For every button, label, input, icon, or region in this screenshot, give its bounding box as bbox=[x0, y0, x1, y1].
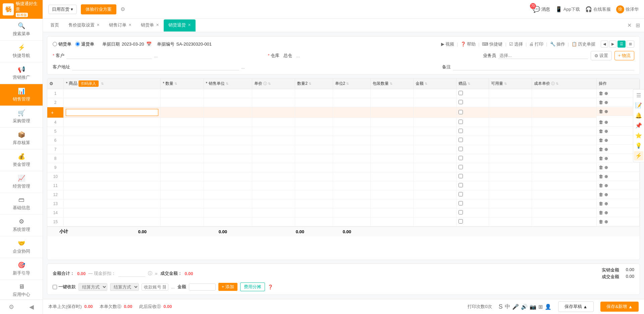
unit2-cell[interactable] bbox=[333, 89, 370, 98]
tab-sales-delivery-close[interactable]: ✕ bbox=[156, 23, 159, 27]
product-cell[interactable] bbox=[64, 199, 161, 208]
sort-qty2-icon[interactable]: ⇅ bbox=[309, 82, 311, 85]
delete-row-btn[interactable]: 🗑 bbox=[599, 174, 603, 179]
product-input[interactable] bbox=[66, 109, 158, 116]
delete-row-btn[interactable]: 🗑 bbox=[599, 91, 603, 96]
available-cell[interactable] bbox=[489, 181, 532, 190]
unit-cell[interactable] bbox=[204, 127, 252, 136]
product-cell[interactable] bbox=[64, 136, 161, 145]
layout-icon[interactable]: ⊞ bbox=[634, 22, 641, 28]
amount-cell[interactable] bbox=[414, 208, 457, 217]
unit2-cell[interactable] bbox=[333, 98, 370, 107]
unit2-cell[interactable] bbox=[333, 145, 370, 154]
amount-cell[interactable] bbox=[414, 199, 457, 208]
unit2-cell[interactable] bbox=[333, 190, 370, 199]
sidebar-item-shortcut[interactable]: ⚡ 快捷导航 bbox=[0, 41, 43, 62]
product-cell[interactable] bbox=[64, 127, 161, 136]
pack-qty-cell[interactable] bbox=[370, 208, 413, 217]
available-cell[interactable] bbox=[489, 118, 532, 127]
settings-btn[interactable]: ⚙ 设置 bbox=[591, 51, 612, 60]
remark-input[interactable] bbox=[453, 64, 634, 70]
pack-qty-cell[interactable] bbox=[370, 163, 413, 172]
pack-qty-cell[interactable] bbox=[370, 181, 413, 190]
pack-qty-cell[interactable] bbox=[370, 217, 413, 227]
pay-method-select[interactable]: 结算方式 bbox=[110, 283, 139, 291]
gift-cell[interactable] bbox=[457, 136, 489, 145]
product-cell[interactable] bbox=[64, 181, 161, 190]
sidebar-item-operation[interactable]: 📈 经营管理 bbox=[0, 171, 43, 193]
pack-qty-cell[interactable] bbox=[370, 136, 413, 145]
unit-cell[interactable] bbox=[204, 163, 252, 172]
experience-btn[interactable]: 体验行业方案 bbox=[81, 4, 116, 14]
product-cell[interactable] bbox=[64, 89, 161, 98]
product-cell[interactable] bbox=[64, 208, 161, 217]
expense-split-btn[interactable]: 费用分摊 bbox=[240, 282, 265, 291]
add-logistics-btn[interactable]: + 物流 bbox=[614, 51, 634, 60]
salesperson-input[interactable] bbox=[498, 52, 588, 59]
cost-price-cell[interactable] bbox=[532, 199, 597, 208]
tab-sales-delivery[interactable]: 销货单 ✕ bbox=[136, 19, 164, 32]
qty-cell[interactable] bbox=[161, 163, 204, 172]
product-cell[interactable] bbox=[64, 107, 161, 118]
unit-cell[interactable] bbox=[204, 208, 252, 217]
unit-cell[interactable] bbox=[204, 118, 252, 127]
available-cell[interactable] bbox=[489, 199, 532, 208]
add-payment-btn[interactable]: + 添加 bbox=[218, 283, 237, 291]
sidebar-item-guide[interactable]: 🎯 新手引导 bbox=[0, 258, 43, 280]
gift-cell[interactable] bbox=[457, 208, 489, 217]
amount-cell[interactable] bbox=[414, 107, 457, 118]
amount-cell[interactable] bbox=[414, 217, 457, 227]
discount-input[interactable] bbox=[118, 270, 145, 277]
gift-cell[interactable] bbox=[457, 172, 489, 181]
video-help[interactable]: ▶ 视频 bbox=[441, 41, 454, 47]
copy-row-btn[interactable]: ⊕ bbox=[604, 109, 608, 114]
qty2-cell[interactable] bbox=[295, 154, 333, 163]
pack-qty-cell[interactable] bbox=[370, 89, 413, 98]
unit2-cell[interactable] bbox=[333, 118, 370, 127]
qty2-cell[interactable] bbox=[295, 190, 333, 199]
cost-price-cell[interactable] bbox=[532, 136, 597, 145]
tab-price-setup-close[interactable]: ✕ bbox=[97, 23, 100, 27]
view-btn-prev[interactable]: ◀ bbox=[601, 41, 608, 48]
pack-qty-cell[interactable] bbox=[370, 172, 413, 181]
unit2-cell[interactable] bbox=[333, 154, 370, 163]
pack-qty-cell[interactable] bbox=[370, 118, 413, 127]
collapse-icon[interactable]: ◀ bbox=[29, 303, 34, 311]
sort-amount-icon[interactable]: ⇅ bbox=[425, 82, 427, 85]
radio-sales[interactable]: 销货单 bbox=[53, 41, 71, 47]
amount-cell[interactable] bbox=[414, 181, 457, 190]
unit-cell[interactable] bbox=[204, 107, 252, 118]
operate-link[interactable]: 🔧 操作 bbox=[550, 41, 565, 47]
qty-cell[interactable] bbox=[161, 154, 204, 163]
qty-cell[interactable] bbox=[161, 172, 204, 181]
pack-qty-cell[interactable] bbox=[370, 199, 413, 208]
sort-cost-icon[interactable]: ⇅ bbox=[556, 82, 558, 85]
cost-price-cell[interactable] bbox=[532, 98, 597, 107]
available-cell[interactable] bbox=[489, 208, 532, 217]
sort-price-icon[interactable]: ⇅ bbox=[268, 82, 271, 85]
delete-row-btn[interactable]: 🗑 bbox=[599, 120, 603, 125]
tab-sales-return-close[interactable]: ✕ bbox=[188, 23, 191, 27]
product-cell[interactable] bbox=[64, 145, 161, 154]
qty2-cell[interactable] bbox=[295, 199, 333, 208]
layout2-icon[interactable]: ⊞ bbox=[538, 304, 543, 310]
price-cell[interactable] bbox=[252, 89, 295, 98]
delete-row-btn[interactable]: 🗑 bbox=[599, 219, 603, 224]
qty-cell[interactable] bbox=[161, 118, 204, 127]
scan-input-btn[interactable]: 扫码录入 bbox=[78, 80, 99, 87]
speaker-icon[interactable]: 🔊 bbox=[521, 304, 528, 310]
unit-cell[interactable] bbox=[204, 181, 252, 190]
gift-cell[interactable] bbox=[457, 127, 489, 136]
copy-row-btn[interactable]: ⊕ bbox=[604, 100, 608, 105]
select-link[interactable]: ☑ 选择 bbox=[509, 41, 523, 47]
radio-return[interactable]: 退货单 bbox=[75, 41, 94, 47]
available-cell[interactable] bbox=[489, 136, 532, 145]
user2-icon[interactable]: 👤 bbox=[545, 304, 551, 310]
gift-cell[interactable] bbox=[457, 217, 489, 227]
price-cell[interactable] bbox=[252, 217, 295, 227]
unit2-cell[interactable] bbox=[333, 127, 370, 136]
copy-row-btn[interactable]: ⊕ bbox=[604, 201, 608, 206]
qty2-cell[interactable] bbox=[295, 127, 333, 136]
sidebar-item-marketing[interactable]: 📢 营销推广 bbox=[0, 62, 43, 84]
qty2-cell[interactable] bbox=[295, 172, 333, 181]
